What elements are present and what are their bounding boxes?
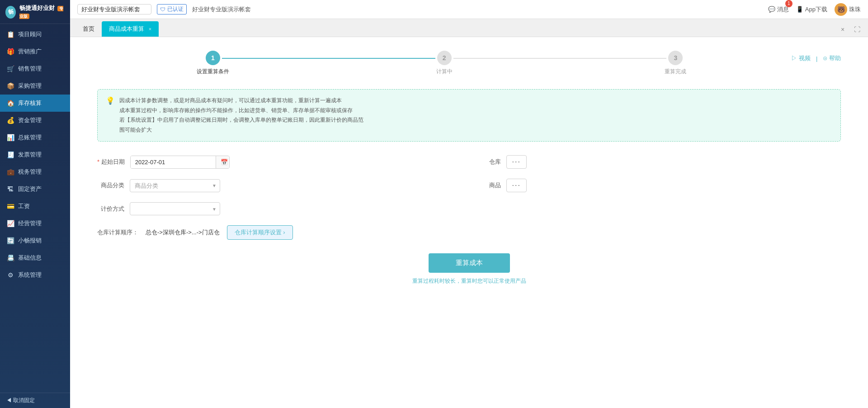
- sidebar-item-label: 经营管理: [18, 219, 42, 228]
- step-3-circle: 3: [668, 51, 683, 65]
- user-name: 珠珠: [849, 5, 861, 14]
- info-line1: 因成本计算参数调整，或是对商品成本有疑问时，可以通过成本重算功能，重新计算一遍成…: [119, 96, 363, 106]
- start-date-field[interactable]: 📅: [130, 156, 230, 169]
- expand-window-btn[interactable]: ⛶: [852, 24, 863, 35]
- form-group-product: 商品 ···: [474, 179, 841, 192]
- sidebar-item-basic[interactable]: 📇 基础信息: [0, 249, 70, 266]
- form-row-3: 计价方式 ▼: [97, 202, 841, 215]
- expense-icon: 🔄: [6, 237, 14, 244]
- pricing-select[interactable]: [130, 202, 220, 215]
- recalc-section: 重算成本 重算过程耗时较长，重算时您可以正常使用产品: [97, 253, 841, 285]
- category-select-wrapper: 商品分类 ▼: [130, 179, 220, 192]
- close-window-btn[interactable]: ×: [837, 24, 848, 35]
- sidebar-item-label: 基础信息: [18, 254, 42, 262]
- finance-icon: 💰: [6, 117, 14, 124]
- sidebar-item-inventory[interactable]: 🏠 库存核算: [0, 95, 70, 112]
- warehouse-select-btn[interactable]: ···: [506, 155, 527, 169]
- sidebar-unpin[interactable]: ◀ 取消固定: [0, 393, 70, 408]
- sidebar-item-finance[interactable]: 💰 资金管理: [0, 112, 70, 129]
- sidebar-logo: 畅 畅捷通好业财 专业版: [0, 0, 70, 24]
- category-label: 商品分类: [97, 181, 124, 190]
- sidebar-item-fixed[interactable]: 🏗 固定资产: [0, 180, 70, 198]
- marketing-icon: 🎁: [6, 48, 14, 55]
- product-select-btn[interactable]: ···: [506, 179, 527, 192]
- calendar-icon[interactable]: 📅: [216, 156, 230, 168]
- sidebar-item-label: 销售管理: [18, 65, 42, 73]
- sidebar-item-system[interactable]: ⚙ 系统管理: [0, 266, 70, 284]
- warehouse-label: 仓库: [474, 158, 501, 166]
- tabbar: 首页 商品成本重算 × × ⛶: [70, 19, 868, 37]
- stepper-divider: |: [816, 55, 817, 62]
- user-avatar-btn[interactable]: 🐻 珠珠: [835, 3, 861, 16]
- sidebar-item-salary[interactable]: 💳 工资: [0, 198, 70, 215]
- sidebar-item-expense[interactable]: 🔄 小畅报销: [0, 232, 70, 249]
- start-date-input[interactable]: [131, 156, 216, 168]
- pricing-select-wrapper: ▼: [130, 202, 220, 215]
- form-group-pricing: 计价方式 ▼: [97, 202, 465, 215]
- app-download-label: App下载: [805, 5, 827, 14]
- invoice-icon: 🧾: [6, 151, 14, 158]
- sidebar-item-invoice[interactable]: 🧾 发票管理: [0, 146, 70, 163]
- sidebar-item-label: 小畅报销: [18, 237, 42, 245]
- notif-badge: 1: [785, 0, 793, 7]
- sidebar-item-marketing[interactable]: 🎁 营销推广: [0, 43, 70, 60]
- product-label: 商品: [474, 181, 501, 190]
- verified-badge: 🛡 已认证: [157, 4, 187, 14]
- sidebar-item-label: 资金管理: [18, 116, 42, 124]
- system-icon: ⚙: [6, 271, 14, 279]
- fixed-icon: 🏗: [6, 185, 14, 193]
- shield-icon: 🛡: [160, 6, 165, 13]
- logo-title: 畅捷通好业财 专业版: [19, 5, 65, 20]
- warehouse-order-settings-btn[interactable]: 仓库计算顺序设置 ›: [227, 225, 293, 240]
- sidebar-item-label: 项目顾问: [18, 30, 42, 38]
- project-icon: 📋: [6, 31, 14, 38]
- video-link[interactable]: ▷ 视频: [791, 54, 811, 62]
- account-select[interactable]: 好业财专业版演示帐套: [77, 4, 151, 14]
- warehouse-order-label: 仓库计算顺序：: [97, 228, 138, 237]
- category-select[interactable]: 商品分类: [130, 179, 220, 192]
- start-date-label: 起始日期: [97, 158, 125, 166]
- window-controls: × ⛶: [837, 24, 863, 37]
- sidebar-item-label: 工资: [18, 202, 30, 210]
- app-download-btn[interactable]: 📱 App下载: [796, 5, 827, 14]
- sidebar-item-purchase[interactable]: 📦 采购管理: [0, 77, 70, 95]
- tab-home[interactable]: 首页: [75, 21, 102, 37]
- form-group-category: 商品分类 商品分类 ▼: [97, 179, 465, 192]
- content: 1 设置重算条件 2 计算中 3 重算完成 ▷ 视频 |: [70, 37, 868, 408]
- sidebar-item-tax[interactable]: 💼 税务管理: [0, 163, 70, 180]
- sidebar-item-label: 固定资产: [18, 185, 42, 193]
- recalc-button[interactable]: 重算成本: [429, 253, 510, 273]
- tab-close-icon[interactable]: ×: [149, 26, 151, 32]
- sidebar-item-general[interactable]: 📊 总账管理: [0, 129, 70, 146]
- topbar-account: 好业财专业版演示帐套: [77, 4, 151, 14]
- salary-icon: 💳: [6, 203, 14, 210]
- info-line4: 围可能会扩大: [119, 125, 363, 135]
- sidebar-item-operation[interactable]: 📈 经营管理: [0, 215, 70, 232]
- company-name: 好业财专业版演示帐套: [192, 5, 251, 14]
- warehouse-order-value: 总仓->深圳仓库->...->门店仓: [146, 228, 220, 237]
- info-line2: 成本重算过程中，影响库存账的操作均不能操作，比如进货单、销货单、库存单据不能审核…: [119, 106, 363, 116]
- help-link[interactable]: ⊙ 帮助: [823, 54, 841, 62]
- sidebar-item-sales[interactable]: 🛒 销售管理: [0, 60, 70, 77]
- verified-label: 已认证: [167, 5, 184, 13]
- tab-cost-recalc[interactable]: 商品成本重算 ×: [102, 21, 159, 37]
- info-content: 因成本计算参数调整，或是对商品成本有疑问时，可以通过成本重算功能，重新计算一遍成…: [119, 96, 363, 135]
- sidebar-menu: 📋 项目顾问 🎁 营销推广 🛒 销售管理 📦 采购管理 🏠 库存核算 💰 资金管…: [0, 24, 70, 393]
- sidebar-item-label: 税务管理: [18, 168, 42, 176]
- sales-icon: 🛒: [6, 65, 14, 72]
- info-line3: 若【系统设置】中启用了自动调整记账日期时，会调整入库单的整单记账日期，因此重新计…: [119, 115, 363, 125]
- form-group-date: 起始日期 📅: [97, 156, 465, 169]
- topbar-right: 💬 消息 1 📱 App下载 🐻 珠珠: [768, 3, 861, 16]
- step-3: 3 重算完成: [560, 51, 792, 76]
- step-1: 1 设置重算条件: [97, 51, 329, 76]
- info-icon: 💡: [106, 96, 115, 135]
- sidebar-item-project[interactable]: 📋 项目顾问: [0, 26, 70, 43]
- phone-icon: 📱: [796, 6, 803, 13]
- logo-icon: 畅: [5, 6, 16, 19]
- warehouse-order-row: 仓库计算顺序： 总仓->深圳仓库->...->门店仓 仓库计算顺序设置 ›: [97, 225, 841, 240]
- step-2: 2 计算中: [329, 51, 560, 76]
- message-btn[interactable]: 💬 消息 1: [768, 5, 789, 14]
- general-icon: 📊: [6, 134, 14, 141]
- basic-icon: 📇: [6, 254, 14, 261]
- step-2-label: 计算中: [436, 68, 453, 76]
